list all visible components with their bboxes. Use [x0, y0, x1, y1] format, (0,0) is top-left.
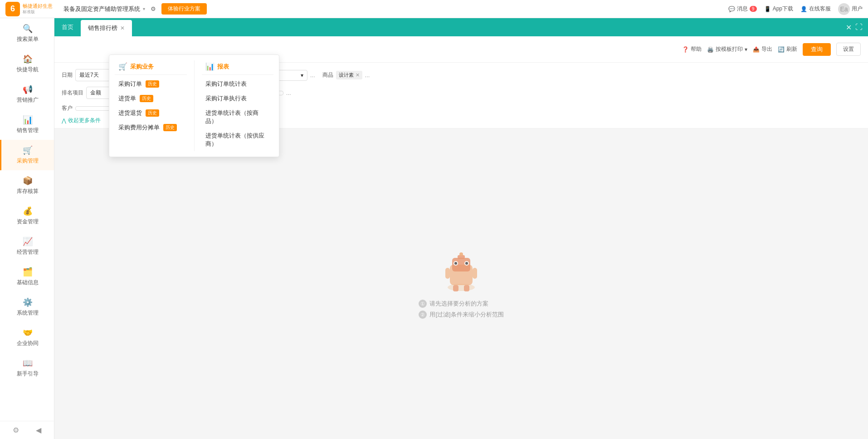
sidebar-item-sales[interactable]: 📊 销售管理 [0, 109, 54, 140]
sidebar-item-marketing[interactable]: 📢 营销推广 [0, 79, 54, 109]
system-dropdown-arrow[interactable]: ▾ [143, 6, 145, 11]
order-stats-label: 采购订单统计表 [205, 80, 247, 88]
sidebar-item-label: 企业协同 [17, 340, 39, 347]
system-name: 装备及固定资产辅助管理系统 [63, 5, 140, 13]
tip2-num: ② [419, 311, 427, 319]
print-dropdown-arrow[interactable]: ▾ [745, 46, 747, 53]
sidebar-item-label: 系统管理 [17, 309, 39, 317]
empty-state: ① 请先选择要分析的方案 ② 用[过滤]条件来缩小分析范围 [54, 128, 868, 439]
basic-icon: 🗂️ [23, 267, 33, 277]
goods-tag-close[interactable]: ✕ [356, 72, 360, 78]
refresh-label: 刷新 [786, 45, 797, 53]
purchase-dropdown-menu: 🛒 采购业务 采购订单 历史 进货单 历史 进货退货 历史 采购费用分摊单 [109, 54, 279, 157]
export-icon: 📤 [753, 46, 760, 53]
avatar: Ea [838, 3, 850, 15]
online-service-button[interactable]: 👤 在线客服 [800, 5, 831, 13]
topbar-right: 💬 消息 9 📱 App下载 👤 在线客服 Ea 用户 [728, 3, 863, 15]
menu-item-order-exec[interactable]: 采购订单执行表 [202, 91, 274, 106]
settings-bottom-button[interactable]: ⚙ [13, 426, 19, 434]
menu-item-purchase-order[interactable]: 采购订单 历史 [115, 77, 187, 91]
sidebar-item-operation[interactable]: 📈 经营管理 [0, 231, 54, 261]
menu-divider [194, 60, 195, 151]
menu-item-goods-stats-supplier[interactable]: 进货单统计表（按供应商） [202, 128, 274, 151]
sidebar-item-finance[interactable]: 💰 资金管理 [0, 201, 54, 231]
tab-bar-actions: ✕ ⛶ [846, 23, 868, 32]
date-label: 日期 [62, 71, 73, 79]
sidebar-item-label: 新手引导 [17, 370, 39, 378]
goods-stats-supplier-label: 进货单统计表（按供应商） [205, 132, 270, 148]
sidebar-item-label: 库存核算 [17, 187, 39, 195]
collapse-label: 收起更多条件 [68, 117, 101, 124]
sidebar-item-cooperation[interactable]: 🤝 企业协同 [0, 322, 54, 353]
menu-item-goods-receipt[interactable]: 进货单 历史 [115, 91, 187, 106]
system-icon: ⚙️ [23, 297, 33, 307]
voucher-more[interactable]: ... [310, 72, 315, 79]
query-button[interactable]: 查询 [803, 43, 831, 56]
tab-bar: 首页 销售排行榜 ✕ ✕ ⛶ [54, 18, 868, 36]
guide-icon: 📖 [23, 358, 33, 368]
voucher-status-arrow: ▾ [301, 72, 303, 79]
tab-home[interactable]: 首页 [54, 18, 81, 36]
purchase-expense-label: 采购费用分摊单 [118, 123, 160, 132]
search-icon: 🔍 [23, 24, 33, 34]
sidebar-item-inventory[interactable]: 📦 库存核算 [0, 170, 54, 201]
help-label: 帮助 [691, 45, 702, 53]
home-icon: 🏠 [23, 54, 33, 64]
phone-icon: 📱 [764, 6, 771, 12]
menu-item-goods-return[interactable]: 进货退货 历史 [115, 106, 187, 120]
menu-item-order-stats[interactable]: 采购订单统计表 [202, 77, 274, 91]
help-button[interactable]: ❓ 帮助 [682, 45, 702, 53]
sidebar-item-label: 快捷导航 [17, 66, 39, 74]
goods-tag-text: 设计素 [339, 72, 354, 79]
sidebar-item-label: 营销推广 [17, 96, 39, 104]
user-button[interactable]: Ea 用户 [838, 3, 863, 15]
gear-button[interactable]: ⚙ [148, 4, 159, 15]
menu-item-purchase-expense[interactable]: 采购费用分摊单 历史 [115, 120, 187, 135]
help-icon: ❓ [682, 46, 689, 53]
export-button[interactable]: 📤 导出 [753, 45, 772, 53]
operation-icon: 📈 [23, 237, 33, 247]
refresh-button[interactable]: 🔄 刷新 [778, 45, 797, 53]
svg-point-6 [465, 262, 468, 265]
industry-button[interactable]: 体验行业方案 [161, 3, 207, 15]
salesman-more[interactable]: ... [286, 89, 291, 96]
close-tab-button[interactable]: ✕ [846, 23, 852, 32]
collapse-sidebar-button[interactable]: ◀ [36, 426, 41, 434]
online-service-label: 在线客服 [809, 5, 831, 13]
tab-home-label: 首页 [62, 23, 73, 31]
print-button[interactable]: 🖨️ 按模板打印 ▾ [707, 45, 747, 53]
sidebar-item-search[interactable]: 🔍 搜索菜单 [0, 18, 54, 49]
expand-button[interactable]: ⛶ [855, 23, 863, 31]
service-icon: 👤 [800, 6, 807, 12]
cooperation-icon: 🤝 [23, 328, 33, 338]
print-icon: 🖨️ [707, 46, 714, 53]
empty-illustration [439, 249, 484, 294]
tip1-text: 请先选择要分析的方案 [429, 300, 488, 308]
sidebar-item-guide[interactable]: 📖 新手引导 [0, 353, 54, 383]
message-button[interactable]: 💬 消息 9 [728, 5, 757, 13]
report-section-icon: 📊 [205, 62, 215, 71]
svg-rect-11 [453, 285, 458, 291]
tab-close-icon[interactable]: ✕ [120, 25, 125, 31]
empty-tip-2: ② 用[过滤]条件来缩小分析范围 [419, 311, 503, 319]
sidebar-item-basic[interactable]: 🗂️ 基础信息 [0, 261, 54, 292]
report-section-label: 报表 [217, 63, 229, 71]
menu-item-goods-stats-product[interactable]: 进货单统计表（按商品） [202, 106, 274, 128]
goods-more[interactable]: ... [365, 72, 370, 79]
purchase-order-badge: 历史 [146, 80, 159, 88]
tab-sales-rank[interactable]: 销售排行榜 ✕ [81, 20, 132, 36]
sidebar-item-system[interactable]: ⚙️ 系统管理 [0, 292, 54, 322]
goods-receipt-label: 进货单 [118, 94, 136, 103]
goods-return-badge: 历史 [146, 109, 159, 117]
sidebar-item-nav[interactable]: 🏠 快捷导航 [0, 49, 54, 79]
settings-button[interactable]: 设置 [836, 43, 861, 56]
sidebar-item-purchase[interactable]: 🛒 采购管理 [0, 140, 54, 170]
goods-tag[interactable]: 设计素 ✕ [336, 71, 362, 79]
logo-name: 畅捷通好生意 [23, 3, 53, 9]
app-download-label: App下载 [773, 5, 793, 13]
goods-stats-product-label: 进货单统计表（按商品） [205, 109, 270, 125]
menu-section-report-title: 📊 报表 [202, 60, 274, 75]
sidebar-item-label: 搜索菜单 [17, 35, 39, 43]
content-area: 首页 销售排行榜 ✕ ✕ ⛶ ❓ 帮助 🖨️ 按模板打印 ▾ [54, 18, 868, 439]
app-download-button[interactable]: 📱 App下载 [764, 5, 793, 13]
